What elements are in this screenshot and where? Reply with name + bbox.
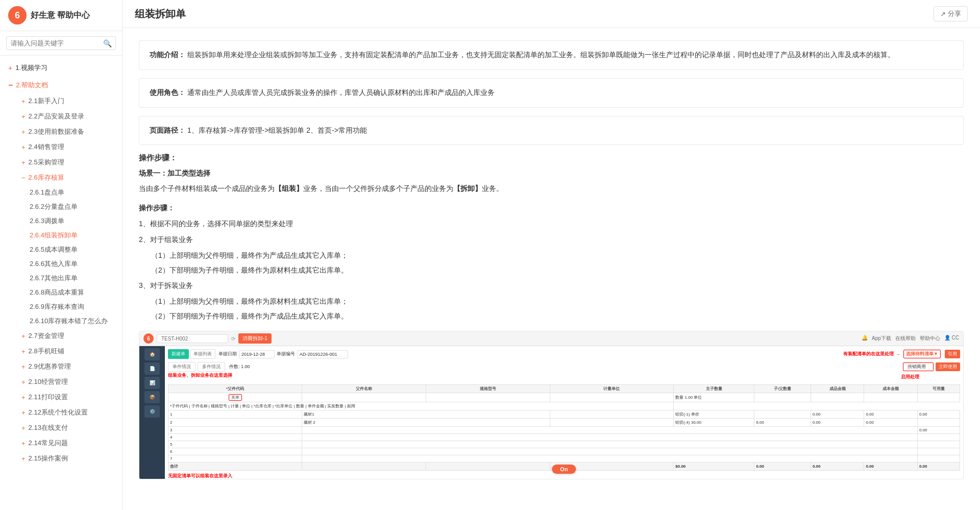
- sidebar-item-beginner[interactable]: + 2.1新手入门: [13, 93, 122, 109]
- table-row: 关米 数量 1.00 单位: [168, 393, 960, 402]
- role-label: 使用角色：: [150, 88, 185, 96]
- ops-steps-title: 操作步骤：: [139, 202, 964, 214]
- leaf-cost-adjust[interactable]: 2.6.5成本调整单: [21, 242, 122, 257]
- expand-icon: +: [21, 143, 26, 151]
- sidebar-item-payment[interactable]: + 2.13在线支付: [13, 420, 122, 435]
- step3-sub2: （2）下部明细为子件明细，最终作为产成品生成其它入库单。: [139, 310, 964, 323]
- leaf-cost-recalc[interactable]: 2.6.8商品成本重算: [21, 285, 122, 300]
- sim-search-input[interactable]: 供销商用: [903, 362, 934, 371]
- leaf-ledger-query[interactable]: 2.6.9库存账本查询: [21, 300, 122, 314]
- expand-icon: +: [21, 378, 26, 386]
- leaf-other-inbound[interactable]: 2.6.6其他入库单: [21, 257, 122, 271]
- leaf-assembly[interactable]: 2.6.4组装拆卸单: [21, 228, 122, 242]
- annotation-3: 启用处理: [168, 374, 919, 380]
- intro-text: 组装拆卸单用来处理企业组装或拆卸等加工业务，支持有固定装配清单的产品加工业务，也…: [187, 51, 895, 59]
- sim-screenshot: 6 TEST-H002 ⟳ 消費拆卸-1 🔔 App下载 在线帮助 帮助中心 👤…: [139, 331, 963, 479]
- td-spec: [426, 393, 550, 402]
- sidebar-item-ops[interactable]: + 2.10经营管理: [13, 374, 122, 390]
- sidebar-item-inventory[interactable]: − 2.6库存核算: [13, 170, 122, 185]
- sim-home-icon[interactable]: 🏠: [144, 348, 160, 360]
- sim-logo: 6: [143, 333, 154, 344]
- sim-ref-btn[interactable]: 引用: [945, 350, 960, 358]
- expand-icon: +: [21, 455, 26, 463]
- sidebar-item-video[interactable]: + 1.视频学习: [0, 60, 122, 76]
- search-input[interactable]: [6, 36, 116, 50]
- table-row-4: 2 藏材 2 铝切(-4) 30.00 6.00 0.00 0.00: [168, 419, 960, 427]
- sim-date-input[interactable]: 2019-12-28: [239, 350, 275, 358]
- main-header: 组装拆卸单 ↗ 分享: [122, 0, 980, 28]
- steps-section: 操作步骤： 场景一：加工类型选择 当由多个子件材料组装成一个成品的业务为【组装】…: [139, 153, 964, 323]
- leaf-stocktake[interactable]: 2.6.1盘点单: [21, 185, 122, 200]
- sim-box-icon[interactable]: 📦: [144, 391, 160, 403]
- expand-icon: +: [21, 159, 26, 166]
- sidebar-item-cases[interactable]: + 2.15操作案例: [13, 451, 122, 466]
- leaf-other-outbound[interactable]: 2.6.7其他出库单: [21, 271, 122, 285]
- step3-sub1: （1）上部明细为父件明细，最终作为原材料生成其它出库单；: [139, 295, 964, 308]
- intro-block: 功能介绍： 组装拆卸单用来处理企业组装或拆卸等加工业务，支持有固定装配清单的产品…: [139, 40, 964, 70]
- sim-date-label: 单据日期: [218, 351, 237, 357]
- sim-amount-label: 件数: 1.00: [227, 362, 252, 371]
- sidebar-item-print[interactable]: + 2.11打印设置: [13, 390, 122, 405]
- step2-sub2: （2）下部明细为子件明细，最终作为原材料生成其它出库单。: [139, 264, 964, 277]
- app-logo: 6: [8, 6, 27, 25]
- sim-code-label: 单据编号: [277, 351, 295, 357]
- step3: 3、对于拆装业务: [139, 279, 964, 292]
- search-icon[interactable]: 🔍: [103, 39, 112, 47]
- table-row-7: 5: [168, 441, 960, 448]
- th-2: 父件名称: [302, 385, 426, 393]
- intro-label: 功能介绍：: [150, 51, 185, 59]
- tfoot-label: 合计: [168, 463, 302, 471]
- td-ratio: [754, 393, 811, 402]
- collapse-icon: −: [21, 174, 26, 182]
- sidebar-item-capital[interactable]: + 2.7资金管理: [13, 328, 122, 344]
- sidebar-item-install[interactable]: + 2.2产品安装及登录: [13, 109, 122, 124]
- sidebar-item-dataprep[interactable]: + 2.3使用前数据准备: [13, 124, 122, 139]
- sidebar-item-mobile[interactable]: + 2.8手机旺铺: [13, 344, 122, 359]
- toggle-on[interactable]: On: [552, 465, 576, 474]
- leaf-transfer[interactable]: 2.6.3调拨单: [21, 214, 122, 228]
- leaf-partial-stocktake[interactable]: 2.6.2分量盘点单: [21, 200, 122, 214]
- sim-app-label: App下载: [872, 335, 891, 342]
- share-button[interactable]: ↗ 分享: [934, 6, 968, 21]
- path-label: 页面路径：: [150, 126, 185, 134]
- annotation-2: 组装业务、拆卸业务在这里选择: [168, 372, 232, 379]
- sidebar-item-settings[interactable]: + 2.12系统个性化设置: [13, 405, 122, 420]
- nav-section-1: + 1.视频学习: [0, 60, 122, 76]
- expand-icon: +: [21, 363, 26, 371]
- sim-tab-new[interactable]: 新建单: [168, 349, 189, 359]
- screenshot-container: 6 TEST-H002 ⟳ 消費拆卸-1 🔔 App下载 在线帮助 帮助中心 👤…: [139, 331, 964, 479]
- role-block: 使用角色： 通常由生产人员或库管人员完成拆装业务的操作，库管人员确认原材料的出库…: [139, 78, 964, 108]
- sim-chart-icon[interactable]: 📊: [144, 377, 160, 389]
- sim-subtab-a[interactable]: 单件情况: [168, 362, 195, 372]
- sim-doc-icon[interactable]: 📄: [144, 362, 160, 375]
- expand-icon: +: [21, 98, 26, 105]
- td-code: 关米: [168, 393, 302, 402]
- leaf-ledger-error[interactable]: 2.6.10库存账本错了怎么办: [21, 314, 122, 328]
- sim-bell-icon: 🔔: [862, 335, 868, 342]
- th-4: 计量单位: [550, 385, 674, 393]
- sim-search-btn[interactable]: 立即使用: [936, 362, 960, 371]
- sim-tab-list[interactable]: 单据列表: [190, 349, 215, 359]
- sim-code-input[interactable]: AD-20191226-001: [297, 350, 348, 358]
- sidebar-item-coupon[interactable]: + 2.9优惠券管理: [13, 359, 122, 374]
- search-box: 🔍: [0, 31, 122, 56]
- nav-section-2: − 2.帮助文档 + 2.1新手入门 + 2.2产品安装及登录 + 2.3使用前…: [0, 77, 122, 466]
- scene1-title: 场景一：加工类型选择: [139, 169, 964, 178]
- expand-icon: +: [21, 332, 26, 340]
- expand-icon: +: [21, 128, 26, 136]
- nav-leaf-inventory: 2.6.1盘点单 2.6.2分量盘点单 2.6.3调拨单 2.6.4组装拆卸单 …: [13, 185, 122, 328]
- td-name: [302, 393, 426, 402]
- annotation-1: 有装配清单的在这里处理 →: [843, 351, 900, 357]
- sim-subtab-b[interactable]: 多件情况: [198, 362, 225, 372]
- sim-gear-icon[interactable]: ⚙️: [144, 405, 160, 418]
- sim-help-label: 在线帮助: [895, 335, 916, 342]
- sim-select-btn[interactable]: 选择待料清单▼: [903, 350, 941, 358]
- table-row-5: 3 0.00: [168, 427, 960, 434]
- sim-orange-btn[interactable]: 消費拆卸-1: [238, 333, 272, 344]
- sidebar-item-docs[interactable]: − 2.帮助文档: [0, 77, 122, 93]
- th-9: 可用量: [917, 385, 960, 393]
- sidebar-item-purchase[interactable]: + 2.5采购管理: [13, 155, 122, 170]
- sidebar-item-faq[interactable]: + 2.14常见问题: [13, 435, 122, 451]
- sidebar-item-sales[interactable]: + 2.4销售管理: [13, 139, 122, 155]
- app-name: 好生意 帮助中心: [31, 10, 90, 21]
